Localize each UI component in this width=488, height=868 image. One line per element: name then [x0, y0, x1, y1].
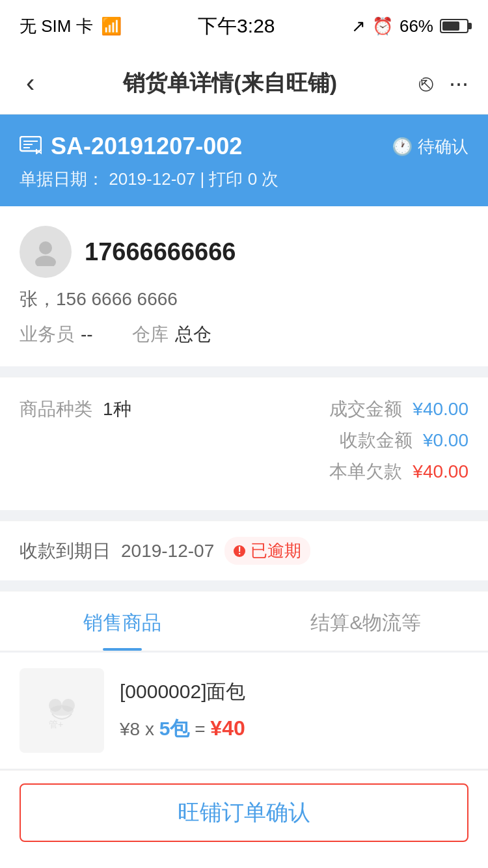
staff-info: 业务员 --: [20, 322, 93, 347]
tab-products-label: 销售商品: [83, 612, 161, 633]
customer-name: 张，156 6666 6666: [20, 287, 468, 312]
back-button[interactable]: ‹: [20, 62, 41, 104]
svg-point-1: [39, 241, 52, 254]
overdue-badge: ! 已逾期: [224, 537, 310, 565]
nav-bar: ‹ 销货单详情(来自旺铺) ⎋ ···: [0, 52, 488, 115]
summary-section: 商品种类 1种 成交金额 ¥40.00 收款金额 ¥0.00 本单欠款 ¥40.…: [0, 377, 488, 510]
received-value: ¥0.00: [423, 430, 468, 451]
arrears-row: 本单欠款 ¥40.00: [329, 459, 468, 484]
summary-right: 成交金额 ¥40.00 收款金额 ¥0.00 本单欠款 ¥40.00: [329, 397, 468, 491]
order-icon: [20, 133, 42, 160]
time-display: 下午3:28: [198, 13, 275, 40]
product-name: [0000002]面包: [120, 679, 468, 705]
tabs-section: 销售商品 结算&物流等: [0, 591, 488, 651]
amount-row: 成交金额 ¥40.00: [329, 397, 468, 422]
order-id-row: SA-20191207-002 🕐 待确认: [20, 133, 468, 160]
battery-percent: 66%: [400, 16, 433, 36]
received-row: 收款金额 ¥0.00: [329, 428, 468, 453]
staff-label: 业务员: [20, 322, 74, 347]
customer-phone: 17666666666: [85, 238, 236, 266]
product-total: ¥40: [210, 716, 245, 740]
due-date-value: 2019-12-07: [121, 541, 214, 562]
arrears-value: ¥40.00: [413, 461, 468, 482]
product-type-value: 1种: [103, 397, 131, 422]
customer-meta: 业务员 -- 仓库 总仓: [20, 322, 468, 347]
nav-actions: ⎋ ···: [419, 70, 468, 97]
product-info: [0000002]面包 ¥8 x 5包 = ¥40: [120, 679, 468, 742]
status-clock-icon: 🕐: [392, 137, 413, 157]
staff-value: --: [81, 324, 93, 345]
tab-settlement-label: 结算&物流等: [310, 612, 421, 633]
order-date-row: 单据日期： 2019-12-07 | 打印 0 次: [20, 168, 468, 191]
order-status: 🕐 待确认: [392, 135, 468, 158]
order-id-text: SA-20191207-002: [51, 133, 242, 160]
tab-settlement[interactable]: 结算&物流等: [244, 591, 488, 651]
due-date-label: 收款到期日: [20, 539, 111, 563]
product-list: 管+ [0000002]面包 ¥8 x 5包 = ¥40: [0, 653, 488, 769]
location-icon: ↗: [351, 16, 366, 36]
more-button[interactable]: ···: [449, 70, 468, 97]
product-price: ¥8 x 5包 = ¥40: [120, 716, 468, 742]
arrears-label: 本单欠款: [329, 459, 402, 484]
tab-products[interactable]: 销售商品: [0, 591, 244, 651]
price-unit: ¥8: [120, 719, 140, 739]
warehouse-info: 仓库 总仓: [132, 322, 211, 347]
svg-text:管+: 管+: [49, 719, 63, 729]
order-header-card: SA-20191207-002 🕐 待确认 单据日期： 2019-12-07 |…: [0, 115, 488, 206]
summary-left: 商品种类 1种: [20, 397, 131, 426]
battery-icon: [440, 19, 468, 33]
share-button[interactable]: ⎋: [419, 70, 433, 97]
status-text: 待确认: [418, 135, 468, 158]
tabs-row: 销售商品 结算&物流等: [0, 591, 488, 651]
carrier-text: 无 SIM 卡: [20, 15, 93, 38]
print-text: 打印 0 次: [209, 169, 278, 189]
equals-sign: =: [195, 719, 210, 739]
product-image: 管+: [20, 668, 104, 753]
customer-section: 17666666666 张，156 6666 6666 业务员 -- 仓库 总仓: [0, 206, 488, 366]
avatar: [20, 226, 72, 278]
svg-point-2: [35, 256, 56, 266]
product-qty: 5包: [159, 718, 190, 739]
received-label: 收款金额: [340, 428, 413, 453]
product-type-label: 商品种类: [20, 397, 92, 422]
warehouse-label: 仓库: [132, 322, 169, 347]
status-bar-right: ↗ ⏰ 66%: [351, 16, 468, 36]
product-type-row: 商品种类 1种: [20, 397, 131, 422]
status-bar: 无 SIM 卡 📶 下午3:28 ↗ ⏰ 66%: [0, 0, 488, 52]
due-date-section: 收款到期日 2019-12-07 ! 已逾期: [0, 521, 488, 580]
svg-point-5: [50, 705, 74, 716]
multiply-sign: x: [145, 719, 159, 739]
product-item: 管+ [0000002]面包 ¥8 x 5包 = ¥40: [0, 653, 488, 769]
page-title: 销货单详情(来自旺铺): [123, 68, 337, 98]
overdue-text: 已逾期: [251, 539, 301, 562]
confirm-order-button[interactable]: 旺铺订单确认: [20, 783, 468, 842]
date-label: 单据日期：: [20, 169, 104, 189]
wifi-icon: 📶: [101, 16, 122, 36]
alarm-icon: ⏰: [372, 16, 393, 36]
amount-value: ¥40.00: [413, 399, 468, 420]
warehouse-value: 总仓: [175, 322, 211, 347]
bottom-bar: 旺铺订单确认: [0, 770, 488, 868]
order-date: 2019-12-07: [109, 169, 195, 189]
overdue-icon: !: [234, 545, 245, 557]
date-separator: |: [200, 169, 209, 189]
customer-row: 17666666666: [20, 226, 468, 278]
status-bar-left: 无 SIM 卡 📶: [20, 15, 122, 38]
order-id: SA-20191207-002: [20, 133, 242, 160]
amount-label: 成交金额: [329, 397, 402, 422]
